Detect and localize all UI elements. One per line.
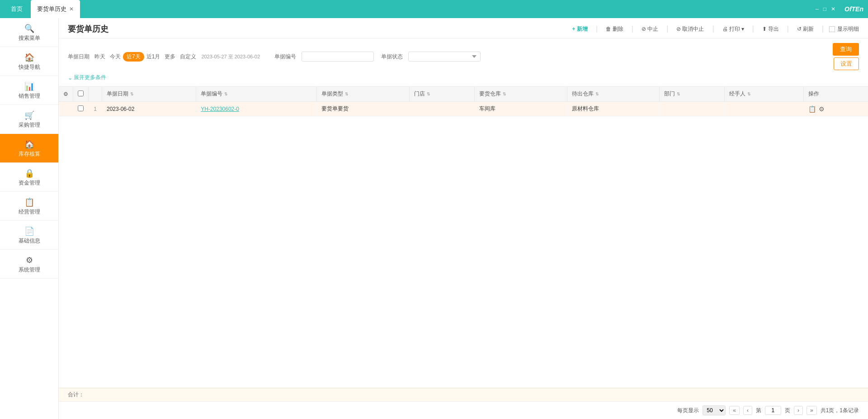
last-page-button[interactable]: » [807, 406, 817, 415]
td-actions: 📋 ⚙ [803, 102, 868, 116]
maximize-icon[interactable]: □ [823, 6, 826, 12]
expand-more-icon: ⌄ [68, 75, 72, 81]
td-pending-warehouse: 原材料仓库 [567, 102, 660, 116]
page-size-label: 每页显示 [677, 407, 699, 414]
print-icon: 🖨 [722, 26, 728, 32]
minimize-icon[interactable]: – [816, 6, 819, 12]
close-tab-icon[interactable]: ✕ [69, 6, 74, 12]
th-req-warehouse[interactable]: 要货仓库 ⇅ [475, 86, 567, 102]
footer-summary: 合计： [59, 388, 868, 401]
page-label: 第 [756, 407, 761, 414]
sidebar-item-search-menu[interactable]: 🔍 搜索菜单 [0, 18, 58, 47]
th-doc-type[interactable]: 单据类型 ⇅ [317, 86, 410, 102]
th-pending-warehouse[interactable]: 待出仓库 ⇅ [567, 86, 660, 102]
tab-requisition-history-label: 要货单历史 [37, 5, 66, 13]
date-opt-yesterday[interactable]: 昨天 [92, 52, 108, 62]
td-doc-no[interactable]: YH-20230602-0 [196, 102, 317, 116]
th-num [89, 86, 102, 102]
sidebar-item-basic-info[interactable]: 📄 基础信息 [0, 221, 58, 250]
th-settings[interactable]: ⚙ [59, 86, 73, 102]
date-opt-custom[interactable]: 自定义 [178, 52, 198, 62]
sidebar-item-finance-mgmt-label: 资金管理 [19, 179, 40, 187]
cancel-stop-icon: ⊘ [676, 26, 681, 32]
th-date[interactable]: 单据日期 ⇅ [102, 86, 196, 102]
page-size-select[interactable]: 20 50 100 200 [703, 405, 726, 415]
th-checkbox[interactable] [73, 86, 89, 102]
delete-button[interactable]: 🗑 删除 [603, 24, 626, 34]
date-opt-today[interactable]: 今天 [108, 52, 123, 62]
doc-no-input[interactable] [302, 52, 374, 62]
tab-requisition-history[interactable]: 要货单历史 ✕ [31, 0, 80, 18]
td-store [409, 102, 474, 116]
next-page-button[interactable]: › [794, 406, 803, 415]
th-store[interactable]: 门店 ⇅ [409, 86, 474, 102]
settings-button[interactable]: 设置 [834, 57, 859, 70]
date-opt-1month[interactable]: 近1月 [144, 52, 163, 62]
sort-date-icon: ⇅ [130, 92, 134, 96]
new-button[interactable]: + 新增 [570, 24, 590, 34]
th-dept[interactable]: 部门 ⇅ [660, 86, 725, 102]
sort-handler-icon: ⇅ [747, 92, 751, 96]
select-all-checkbox[interactable] [78, 90, 84, 96]
date-opt-7days[interactable]: 近7天 [123, 52, 144, 62]
td-checkbox[interactable] [73, 102, 89, 116]
data-table: ⚙ 单据日期 ⇅ 单据编号 ⇅ [59, 86, 868, 116]
row-edit-icon[interactable]: 📋 [808, 105, 816, 113]
row-checkbox[interactable] [78, 105, 84, 111]
stop-button[interactable]: ⊘ 中止 [639, 24, 661, 34]
date-filter-label: 单据日期 [68, 53, 90, 61]
sidebar-item-sys-mgmt-label: 系统管理 [19, 266, 40, 274]
show-detail-button[interactable]: 显示明细 [829, 25, 859, 33]
inventory-icon: 🏠 [24, 140, 34, 148]
status-select[interactable] [408, 52, 481, 62]
refresh-button[interactable]: ↺ 刷新 [794, 24, 816, 34]
sidebar-item-finance-mgmt[interactable]: 🔒 资金管理 [0, 163, 58, 192]
page-number-input[interactable] [765, 406, 781, 415]
close-window-icon[interactable]: ✕ [831, 6, 835, 12]
divider5: | [752, 25, 754, 33]
sort-dept-icon: ⇅ [677, 92, 680, 96]
purchase-mgmt-icon: 🛒 [24, 111, 34, 119]
sidebar-item-inventory-label: 库存核算 [19, 150, 40, 158]
sort-pending-warehouse-icon: ⇅ [595, 92, 599, 96]
sidebar-item-basic-info-label: 基础信息 [19, 237, 40, 245]
date-opt-more[interactable]: 更多 [162, 52, 178, 62]
sort-doctype-icon: ⇅ [345, 92, 349, 96]
sidebar-item-sys-mgmt[interactable]: ⚙ 系统管理 [0, 250, 58, 279]
td-row-settings [59, 102, 73, 116]
tab-home[interactable]: 首页 [5, 0, 29, 18]
brand-label: OfTEn [844, 5, 863, 13]
sys-mgmt-icon: ⚙ [26, 256, 33, 264]
print-button[interactable]: 🖨 打印 ▾ [720, 24, 747, 34]
query-button[interactable]: 查询 [833, 43, 859, 56]
sidebar-item-ops-mgmt-label: 经营管理 [19, 208, 40, 216]
sidebar-item-purchase-mgmt[interactable]: 🛒 采购管理 [0, 105, 58, 134]
sales-mgmt-icon: 📊 [24, 82, 34, 90]
sort-docno-icon: ⇅ [224, 92, 228, 96]
sidebar-item-inventory[interactable]: 🏠 库存核算 [0, 134, 58, 163]
sidebar-item-ops-mgmt[interactable]: 📋 经营管理 [0, 192, 58, 221]
prev-page-button[interactable]: ‹ [743, 406, 752, 415]
status-label: 单据状态 [381, 53, 403, 61]
row-more-icon[interactable]: ⚙ [819, 105, 825, 113]
divider7: | [822, 25, 824, 33]
sidebar-item-sales-mgmt-label: 销售管理 [19, 92, 40, 100]
doc-no-link[interactable]: YH-20230602-0 [201, 106, 239, 112]
sidebar-item-quick-nav-label: 快捷导航 [19, 63, 40, 71]
th-handler[interactable]: 经手人 ⇅ [725, 86, 803, 102]
header-actions: + 新增 | 🗑 删除 | ⊘ 中止 | ⊘ 取消中止 | 🖨 [570, 24, 859, 34]
expand-more-button[interactable]: ⌄ 展开更多条件 [68, 74, 859, 81]
first-page-button[interactable]: « [729, 406, 740, 415]
doc-no-filter-group: 单据编号 [274, 52, 374, 62]
filter-area: 单据日期 昨天 今天 近7天 近1月 更多 自定义 2023-05-27 至 2… [59, 38, 868, 86]
sidebar-item-sales-mgmt[interactable]: 📊 销售管理 [0, 76, 58, 105]
show-detail-checkbox[interactable] [829, 26, 835, 32]
td-dept [660, 102, 725, 116]
th-actions: 操作 [803, 86, 868, 102]
sidebar-item-quick-nav[interactable]: 🏠 快捷导航 [0, 47, 58, 76]
date-options: 昨天 今天 近7天 近1月 更多 自定义 [92, 52, 198, 62]
th-doc-no[interactable]: 单据编号 ⇅ [196, 86, 317, 102]
filter-right-buttons: 查询 设置 [833, 43, 859, 70]
export-button[interactable]: ⬆ 导出 [760, 24, 782, 34]
cancel-stop-button[interactable]: ⊘ 取消中止 [674, 24, 707, 34]
